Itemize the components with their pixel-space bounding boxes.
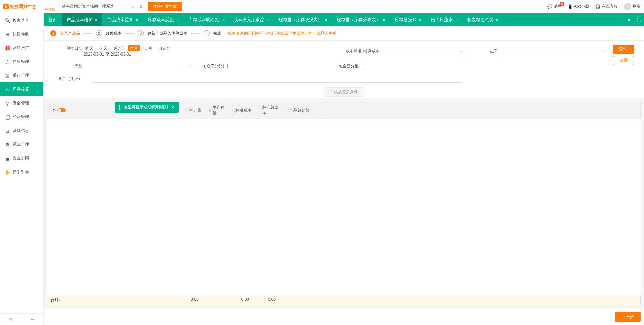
remark-input[interactable] (92, 75, 462, 83)
sidebar-label: 搜索菜单 (13, 17, 29, 23)
tab-9[interactable]: 出入库流水✕ (426, 13, 463, 26)
sidebar-item-10[interactable]: ▣企业协同 (0, 151, 43, 165)
sidebar-label: 经营管理 (13, 114, 29, 120)
chevron-down-icon: ⌄ (131, 4, 134, 9)
close-tab-icon[interactable]: ✕ (95, 18, 98, 22)
sidebar-label: 库存核算 (13, 86, 29, 92)
sidebar-item-8[interactable]: ⊟基础信息 (0, 124, 43, 138)
sidebar-icon: 🔍 (5, 18, 10, 23)
messages-link[interactable]: 💬 消息 6 (547, 4, 562, 9)
warehouse-input[interactable] (499, 47, 599, 55)
sidebar-item-0[interactable]: 🔍搜索菜单 (0, 13, 43, 27)
tab-6[interactable]: 现存量（库存状况表）✕ (274, 13, 332, 26)
date-option[interactable]: 近7天 (112, 45, 126, 51)
step-number-2: 2 (96, 30, 102, 36)
sidebar-item-1[interactable]: ⊞快捷导航 (0, 27, 43, 41)
sidebar-icon: ⌂ (5, 87, 10, 92)
tab-0[interactable]: 首页 (44, 13, 62, 26)
query-button[interactable]: 查询 (613, 45, 634, 54)
fullscreen-icon[interactable]: ⛶ (634, 17, 644, 22)
settings-icon[interactable]: ⚙ (9, 317, 13, 322)
tabbar: 首页产品成本维护✕商品成本重算✕库存成本总账✕库存成本明细账✕成本出入库跟踪✕现… (44, 13, 644, 26)
gear-icon[interactable]: ⚙ (139, 4, 143, 9)
setup-button[interactable]: 设置 (613, 56, 634, 65)
close-tab-icon[interactable]: ✕ (176, 18, 179, 22)
close-all-tabs-icon[interactable]: ✕ (624, 17, 634, 22)
by-warehouse-checkbox[interactable] (223, 64, 228, 68)
app-label: App下载 (574, 4, 589, 9)
tab-4[interactable]: 库存成本明细账✕ (184, 13, 229, 26)
detail-toggle[interactable] (57, 108, 66, 112)
user-menu[interactable]: 用友 (624, 3, 641, 10)
customer-service-link[interactable]: 🎧 在线客服 (595, 4, 618, 9)
close-tab-icon[interactable]: ✕ (266, 18, 269, 22)
sidebar-item-3[interactable]: ⬡销售管理 (0, 55, 43, 69)
cost-standard-select[interactable]: 结存成本 ⌄ (363, 47, 464, 56)
filter-panel: 查询 设置 单据日期 昨天今天近7天本月上月自定义 2023-03-01 至 2… (44, 41, 644, 98)
date-option[interactable]: 上月 (142, 45, 154, 51)
close-tab-icon[interactable]: ✕ (382, 18, 385, 22)
app-download-link[interactable]: 📱 App下载 (568, 4, 589, 9)
tab-8[interactable]: 库存批次账✕ (390, 13, 426, 26)
date-option[interactable]: 自定义 (156, 45, 172, 51)
sidebar-item-9[interactable]: ⚙系统管理 (0, 138, 43, 151)
close-tab-icon[interactable]: ✕ (221, 18, 224, 22)
collapse-sidebar-icon[interactable]: ⇤ (31, 317, 34, 322)
column-header[interactable]: 生产数量 (205, 102, 232, 119)
sidebar-item-2[interactable]: 🎁营销推广 (0, 41, 43, 55)
header-right: 💬 消息 6 📱 App下载 🎧 在线客服 用友 (547, 3, 641, 10)
step-number-4: 4 (204, 30, 210, 36)
product-input[interactable] (83, 62, 184, 70)
sidebar-item-4[interactable]: 🛒采购管理 (0, 69, 43, 82)
date-option[interactable]: 本月 (128, 45, 140, 51)
warehouse-picker-icon[interactable]: ⋯ (603, 49, 607, 53)
tab-3[interactable]: 库存成本总账✕ (143, 13, 184, 26)
tab-1[interactable]: 产品成本维护✕ (62, 13, 102, 26)
cost-standard-label: 成本标准 (342, 48, 362, 54)
close-tab-icon[interactable]: ✕ (419, 18, 422, 22)
date-label: 单据日期 (54, 46, 82, 51)
column-header[interactable]: 标准成本 (232, 102, 259, 119)
include-allocated-checkbox[interactable] (360, 64, 364, 68)
sidebar-label: 营销推广 (13, 45, 29, 51)
industry-button[interactable]: 体验行业方案 (148, 2, 182, 11)
system-dropdown[interactable]: 装备及固定资产辅助管理系统 ⌄ (62, 4, 134, 9)
sidebar-label: 销售管理 (13, 59, 29, 65)
remark-label: 备注（明细） (54, 76, 82, 82)
step-label-2: 分摊成本 (105, 31, 122, 36)
step-label-4: 完成 (213, 31, 221, 36)
close-tab-icon[interactable]: ✕ (455, 18, 458, 22)
column-config[interactable]: ⚙ (47, 102, 71, 119)
column-header[interactable]: 主计量 (182, 102, 205, 119)
sidebar-footer: ⚙ ⇤ (0, 313, 43, 325)
collapse-filters-button[interactable]: ⌃ 收起更多条件 (324, 87, 364, 97)
tab-7[interactable]: 现存量（库存分布表）✕ (332, 13, 390, 26)
tab-5[interactable]: 成本出入库跟踪✕ (229, 13, 274, 26)
table-body (47, 119, 641, 295)
sidebar-item-7[interactable]: 📋经营管理 (0, 110, 43, 124)
bottom-bar: 下一步 (44, 309, 644, 325)
tab-10[interactable]: 收发存汇总表✕ (463, 13, 503, 26)
close-tab-icon[interactable]: ✕ (135, 18, 138, 22)
product-picker-icon[interactable]: ⋯ (188, 64, 192, 68)
close-tooltip-icon[interactable]: × (171, 105, 174, 110)
tab-2[interactable]: 商品成本重算✕ (102, 13, 143, 26)
sidebar: 🔍搜索菜单⊞快捷导航🎁营销推广⬡销售管理🛒采购管理⌂库存核算◎资金管理📋经营管理… (0, 13, 44, 325)
close-tab-icon[interactable]: ✕ (324, 18, 327, 22)
tab-label: 库存成本明细账 (188, 17, 219, 23)
headset-icon: 🎧 (595, 4, 600, 9)
close-tab-icon[interactable]: ✕ (496, 18, 499, 22)
sidebar-item-11[interactable]: ✋新手引导 (0, 165, 43, 179)
steps: 1筛选产成品——2分摊成本——3更新产成品入库单成本——4完成 成本更新的范围中… (44, 26, 644, 41)
column-header[interactable]: 标准总成本 (259, 102, 286, 119)
date-option[interactable]: 昨天 (83, 45, 95, 51)
table-header: ⚙ 这里可显示或隐藏明细列 × 主计量生产数量标准成本标准总成本产品总金额 (47, 102, 641, 119)
date-option[interactable]: 今天 (97, 45, 110, 51)
collapse-label: 收起更多条件 (334, 89, 358, 94)
sidebar-item-5[interactable]: ⌂库存核算 (0, 82, 43, 96)
sidebar-item-6[interactable]: ◎资金管理 (0, 96, 43, 110)
column-header[interactable]: 产品总金额 (286, 102, 326, 119)
tab-label: 成本出入库跟踪 (233, 17, 264, 23)
step-number-3: 3 (138, 30, 144, 36)
next-button[interactable]: 下一步 (615, 312, 641, 322)
